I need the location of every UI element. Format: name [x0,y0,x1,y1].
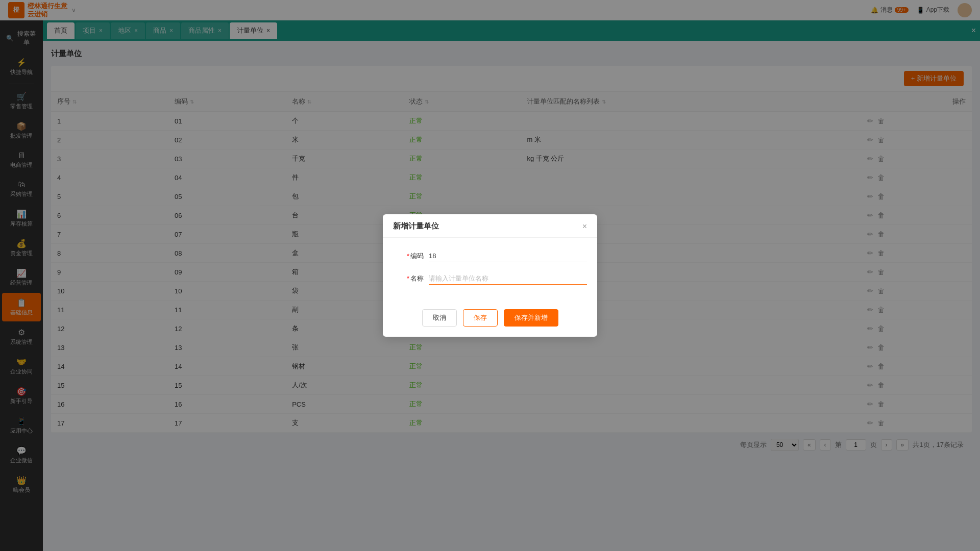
form-row-code: *编码 [393,250,587,262]
code-input[interactable] [429,250,587,262]
save-and-new-button[interactable]: 保存并新增 [504,309,558,327]
modal-body: *编码 *名称 [383,238,597,303]
modal-overlay[interactable]: 新增计量单位 × *编码 *名称 取消 保存 保存并新增 [0,0,980,551]
modal-close-button[interactable]: × [582,222,587,231]
modal-footer: 取消 保存 保存并新增 [383,303,597,337]
add-unit-modal: 新增计量单位 × *编码 *名称 取消 保存 保存并新增 [383,214,597,337]
save-button[interactable]: 保存 [463,309,498,327]
name-input[interactable] [429,272,587,285]
name-label: *名称 [393,274,424,283]
modal-header: 新增计量单位 × [383,214,597,238]
form-row-name: *名称 [393,272,587,285]
code-label: *编码 [393,252,424,261]
cancel-button[interactable]: 取消 [422,309,457,327]
modal-title: 新增计量单位 [393,221,439,231]
